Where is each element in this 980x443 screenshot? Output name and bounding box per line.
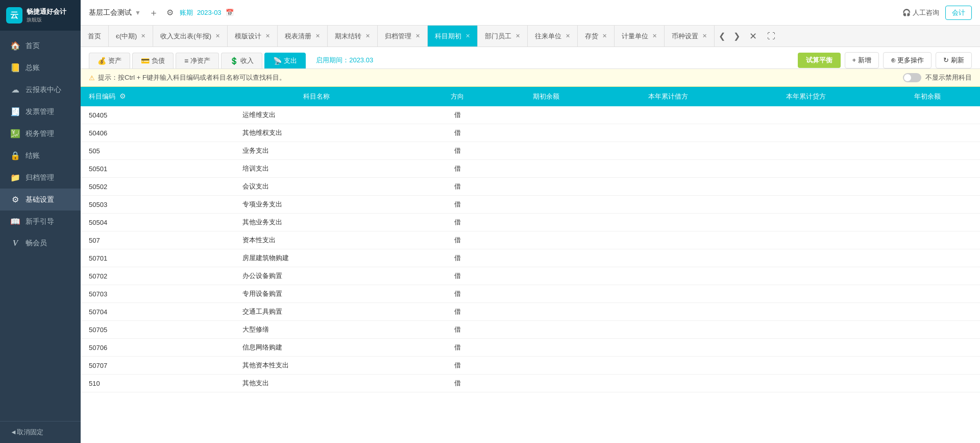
cell-ytd-debit [599, 303, 737, 321]
tabs-bar: 首页 є(中期) ✕ 收入支出表(年报) ✕ 模版设计 ✕ 税表清册 ✕ 期末结… [81, 26, 980, 47]
cell-code: 50707 [81, 357, 212, 375]
tab-period-end[interactable]: 期末结转 ✕ [328, 26, 378, 46]
sidebar-item-member[interactable]: V 畅会员 [0, 232, 81, 254]
add-tab-button[interactable]: ＋ [147, 5, 160, 21]
table-row[interactable]: 50405 运维维支出 借 [81, 106, 980, 124]
tab-close-icon[interactable]: ✕ [465, 33, 470, 39]
table-row[interactable]: 50704 交通工具购置 借 [81, 303, 980, 321]
sidebar-item-cloud-report[interactable]: ☁ 云报表中心 [0, 79, 81, 101]
table-row[interactable]: 50406 其他维权支出 借 [81, 124, 980, 142]
sub-tab-net-asset[interactable]: ≡ 净资产 [176, 53, 219, 68]
sub-tab-income[interactable]: 💲 收入 [221, 53, 262, 68]
tab-close-icon[interactable]: ✕ [315, 33, 320, 39]
sidebar-item-guide[interactable]: 📖 新手引导 [0, 211, 81, 232]
tab-template[interactable]: 模版设计 ✕ [228, 26, 278, 46]
toggle-label: 不显示禁用科目 [925, 73, 972, 82]
table-row[interactable]: 50705 大型修缮 借 [81, 321, 980, 339]
table-row[interactable]: 505 业务支出 借 [81, 142, 980, 160]
company-selector[interactable]: 基层工会测试 ▼ [89, 8, 141, 17]
tab-close-icon[interactable]: ✕ [265, 33, 270, 39]
account-button[interactable]: 会计 [945, 6, 972, 20]
tabs-maximize-button[interactable]: ⛶ [762, 26, 780, 46]
cell-ytd-debit [599, 339, 737, 357]
tab-close-icon[interactable]: ✕ [602, 33, 607, 39]
tabs-close-all-button[interactable]: ✕ [744, 26, 762, 46]
sidebar-item-label: 首页 [26, 41, 40, 51]
tab-close-icon[interactable]: ✕ [415, 33, 420, 39]
balance-button[interactable]: 试算平衡 [798, 53, 841, 68]
sidebar-item-label: 结账 [26, 151, 40, 160]
tab-close-icon[interactable]: ✕ [702, 33, 707, 39]
tab-close-icon[interactable]: ✕ [516, 33, 520, 39]
sidebar-item-archive[interactable]: 📁 归档管理 [0, 167, 81, 189]
cell-year-balance [875, 160, 980, 178]
table-row[interactable]: 50504 其他业务支出 借 [81, 214, 980, 231]
table-row[interactable]: 50707 其他资本性支出 借 [81, 357, 980, 375]
table-row[interactable]: 50701 房屋建筑物购建 借 [81, 249, 980, 267]
new-button[interactable]: + 新增 [845, 52, 879, 68]
support-button[interactable]: 🎧 人工咨询 [902, 8, 939, 17]
sub-tab-label: 支出 [284, 56, 297, 65]
sub-tab-expense[interactable]: 📡 支出 [264, 53, 306, 68]
table-row[interactable]: 50502 会议支出 借 [81, 178, 980, 196]
cell-code: 50703 [81, 285, 212, 303]
tab-dept[interactable]: 部门员工 ✕ [478, 26, 528, 46]
tab-subject-init[interactable]: 科目期初 ✕ [428, 26, 478, 46]
settings-icon: ⚙ [10, 195, 20, 204]
tab-label: 部门员工 [485, 32, 511, 41]
sidebar-item-close[interactable]: 🔒 结账 [0, 145, 81, 167]
table-row[interactable]: 50503 专项业务支出 借 [81, 196, 980, 214]
tab-unit[interactable]: 计量单位 ✕ [615, 26, 665, 46]
topbar-settings-icon[interactable]: ⚙ [166, 8, 174, 17]
sidebar-item-tax[interactable]: 💹 税务管理 [0, 123, 81, 145]
sub-tab-liability[interactable]: 💳 负债 [132, 53, 174, 68]
sidebar-nav: 🏠 首页 📒 总账 ☁ 云报表中心 🧾 发票管理 💹 税务管理 🔒 结账 📁 归… [0, 31, 81, 421]
cell-name: 信息网络购建 [212, 339, 421, 357]
subject-table-wrap: 科目编码 ⚙ 科目名称 方向 期初余额 本年累计借方 本年累计贷方 年初余额 5… [81, 87, 980, 443]
table-row[interactable]: 50702 办公设备购置 借 [81, 267, 980, 285]
tab-partner[interactable]: 往来单位 ✕ [528, 26, 578, 46]
cell-direction: 借 [421, 249, 494, 267]
sidebar-item-invoice[interactable]: 🧾 发票管理 [0, 101, 81, 123]
sub-tabs-bar: 💰 资产 💳 负债 ≡ 净资产 💲 收入 📡 支出 启用期间：2023.03 [81, 47, 980, 69]
cell-name: 其他支出 [212, 375, 421, 392]
tab-archive[interactable]: 归档管理 ✕ [378, 26, 428, 46]
table-row[interactable]: 50501 培训支出 借 [81, 160, 980, 178]
calendar-icon[interactable]: 📅 [226, 9, 234, 16]
table-row[interactable]: 507 资本性支出 借 [81, 231, 980, 249]
col-year-balance: 年初余额 [875, 87, 980, 106]
cell-ytd-debit [599, 142, 737, 160]
cell-ytd-credit [737, 214, 875, 231]
notice-bar-right: 不显示禁用科目 [903, 73, 972, 82]
sidebar-item-ledger[interactable]: 📒 总账 [0, 57, 81, 79]
table-row[interactable]: 510 其他支出 借 [81, 375, 980, 392]
tab-inventory[interactable]: 存货 ✕ [578, 26, 615, 46]
tab-report[interactable]: 收入支出表(年报) ✕ [153, 26, 228, 46]
sidebar-item-home[interactable]: 🏠 首页 [0, 35, 81, 57]
tab-close-icon[interactable]: ✕ [141, 33, 145, 39]
cell-balance [494, 178, 599, 196]
tab-label: 模版设计 [235, 32, 261, 41]
refresh-button[interactable]: ↻ 刷新 [936, 52, 972, 68]
tab-currency[interactable]: 币种设置 ✕ [665, 26, 715, 46]
tab-close-icon[interactable]: ✕ [365, 33, 370, 39]
tab-close-icon[interactable]: ✕ [652, 33, 657, 39]
cell-code: 505 [81, 142, 212, 160]
tab-mid[interactable]: є(中期) ✕ [109, 26, 153, 46]
table-row[interactable]: 50703 专用设备购置 借 [81, 285, 980, 303]
tab-home[interactable]: 首页 [81, 26, 109, 46]
more-button[interactable]: ⊕ 更多操作 [883, 52, 932, 68]
asset-icon: 💰 [97, 57, 106, 65]
sidebar-collapse-button[interactable]: ◄取消固定 [0, 421, 81, 443]
tab-close-icon[interactable]: ✕ [566, 33, 570, 39]
tabs-next-button[interactable]: ❯ [729, 26, 744, 46]
tab-close-icon[interactable]: ✕ [215, 33, 220, 39]
disable-toggle[interactable] [903, 73, 921, 82]
tab-taxsheet[interactable]: 税表清册 ✕ [278, 26, 328, 46]
table-row[interactable]: 50706 信息网络购建 借 [81, 339, 980, 357]
sub-tab-asset[interactable]: 💰 资产 [89, 53, 130, 68]
column-settings-icon[interactable]: ⚙ [119, 92, 126, 100]
sidebar-item-settings[interactable]: ⚙ 基础设置 [0, 189, 81, 211]
tabs-prev-button[interactable]: ❮ [715, 26, 729, 46]
cell-code: 50503 [81, 196, 212, 214]
